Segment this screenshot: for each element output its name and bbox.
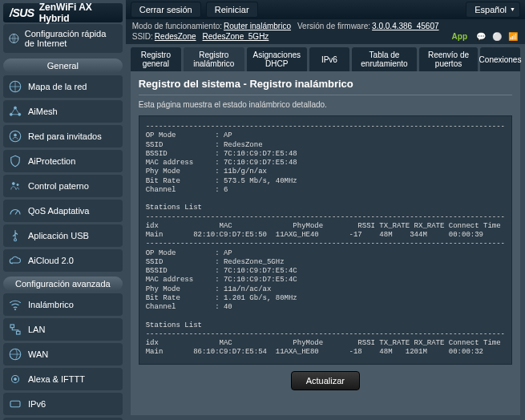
- shield-icon: [8, 154, 22, 168]
- sidebar-item-label: AiMesh: [28, 107, 58, 116]
- mode-value-link[interactable]: Router inalámbrico: [224, 22, 291, 30]
- page-title: Registro del sistema - Registro inalámbr…: [139, 78, 512, 95]
- tabs-row: Registro general Registro inalámbrico As…: [126, 44, 525, 71]
- sidebar-item-label: AiProtection: [28, 156, 75, 166]
- lan-icon: [8, 322, 22, 337]
- reboot-button[interactable]: Reiniciar: [206, 2, 258, 18]
- sidebar-item-wan[interactable]: WAN: [3, 343, 123, 365]
- sidebar-item-ipv6[interactable]: IPv6: [3, 393, 123, 415]
- globe-icon: [8, 79, 22, 94]
- language-dropdown[interactable]: Español: [466, 2, 520, 18]
- tab-general-log[interactable]: Registro general: [131, 47, 181, 71]
- svg-point-14: [14, 378, 17, 381]
- sidebar-item-label: LAN: [28, 325, 45, 334]
- topbar: Cerrar sesión Reiniciar Español: [126, 0, 525, 19]
- sidebar-item-label: IPv6: [28, 399, 46, 409]
- cloud-icon: [8, 253, 22, 268]
- status-icon-3[interactable]: 📶: [507, 30, 519, 42]
- brand-logo: /SUS: [10, 6, 34, 19]
- sidebar-item-aimesh[interactable]: AiMesh: [3, 100, 123, 123]
- quick-internet-setup[interactable]: Configuración rápida de Internet: [3, 24, 123, 53]
- page-desc: Esta página muestra el estado inalámbric…: [139, 100, 512, 109]
- sidebar-item-label: Control paterno: [28, 181, 89, 191]
- sidebar-item-lan[interactable]: LAN: [3, 318, 123, 341]
- quick-setup-label: Configuración rápida de Internet: [25, 29, 118, 48]
- tab-connections[interactable]: Conexiones: [480, 47, 520, 71]
- svg-rect-11: [17, 331, 21, 334]
- section-general: General: [3, 59, 123, 73]
- sidebar-item-label: Inalámbrico: [28, 300, 74, 309]
- logout-button[interactable]: Cerrar sesión: [131, 2, 201, 18]
- svg-point-8: [17, 184, 18, 185]
- sidebar-item-guest-network[interactable]: Red para invitados: [3, 125, 123, 147]
- tab-route-table[interactable]: Tabla de enrutamiento: [352, 47, 417, 71]
- sidebar-item-label: Aplicación USB: [28, 231, 89, 240]
- sidebar-item-label: QoS Adaptativa: [28, 206, 89, 216]
- status-icon-1[interactable]: 💬: [475, 30, 487, 42]
- status-icons: 💬 ⚪ 📶: [475, 30, 519, 42]
- voice-icon: [8, 372, 22, 386]
- status-icon-2[interactable]: ⚪: [491, 30, 503, 42]
- wifi-icon: [8, 297, 22, 312]
- svg-rect-15: [10, 401, 20, 407]
- wan-icon: [8, 347, 22, 361]
- refresh-button[interactable]: Actualizar: [291, 371, 360, 390]
- sidebar-item-label: Red para invitados: [28, 131, 102, 141]
- svg-point-7: [12, 183, 14, 185]
- sidebar-item-label: AiCloud 2.0: [28, 256, 74, 265]
- sidebar-item-label: Alexa & IFTTT: [28, 374, 85, 384]
- sidebar-item-qos[interactable]: QoS Adaptativa: [3, 200, 123, 222]
- sidebar-item-wireless[interactable]: Inalámbrico: [3, 293, 123, 316]
- app-link[interactable]: App: [452, 32, 467, 41]
- logo-header: /SUS ZenWiFi AX Hybrid: [3, 3, 123, 22]
- model-name: ZenWiFi AX Hybrid: [39, 2, 116, 24]
- usb-icon: [8, 228, 22, 243]
- sidebar-item-aicloud[interactable]: AiCloud 2.0: [3, 249, 123, 272]
- gauge-icon: [8, 204, 22, 218]
- tab-dhcp-leases[interactable]: Asignaciones DHCP: [247, 47, 307, 71]
- sidebar: /SUS ZenWiFi AX Hybrid Configuración ráp…: [0, 0, 126, 420]
- sidebar-item-network-map[interactable]: Mapa de la red: [3, 75, 123, 98]
- tab-port-forward[interactable]: Reenvío de puertos: [419, 47, 478, 71]
- sidebar-item-label: WAN: [28, 349, 48, 359]
- sidebar-item-alexa-ifttt[interactable]: Alexa & IFTTT: [3, 368, 123, 390]
- mode-label: Modo de funcionamiento:: [132, 22, 222, 30]
- footer-buttons: Actualizar: [139, 371, 512, 390]
- content-area: Registro del sistema - Registro inalámbr…: [131, 71, 520, 415]
- main-panel: Cerrar sesión Reiniciar Español Modo de …: [126, 0, 525, 420]
- ssid-label: SSID:: [132, 32, 153, 41]
- sidebar-item-aiprotection[interactable]: AiProtection: [3, 150, 123, 172]
- tab-ipv6[interactable]: IPv6: [309, 47, 349, 71]
- infobar: Modo de funcionamiento: Router inalámbri…: [126, 19, 525, 44]
- section-advanced: Configuración avanzada: [3, 277, 123, 291]
- firmware-value-link[interactable]: 3.0.0.4.386_45607: [372, 22, 438, 30]
- sidebar-item-label: Mapa de la red: [28, 82, 87, 91]
- tab-wireless-log[interactable]: Registro inalámbrico: [184, 47, 244, 71]
- svg-point-6: [14, 134, 17, 136]
- parental-icon: [8, 179, 22, 193]
- firmware-label: Versión de firmware:: [297, 22, 370, 30]
- svg-point-9: [14, 309, 16, 310]
- globe-gear-icon: [8, 30, 20, 46]
- svg-rect-10: [10, 325, 14, 328]
- ssid2-link[interactable]: RedesZone_5GHz: [203, 32, 269, 41]
- sidebar-item-parental[interactable]: Control paterno: [3, 175, 123, 197]
- guest-icon: [8, 129, 22, 143]
- mesh-icon: [8, 104, 22, 119]
- sidebar-item-usb-app[interactable]: Aplicación USB: [3, 224, 123, 247]
- ipv6-icon: [8, 397, 22, 411]
- ssid1-link[interactable]: RedesZone: [155, 32, 196, 41]
- wireless-log-output: ----------------------------------------…: [139, 115, 512, 365]
